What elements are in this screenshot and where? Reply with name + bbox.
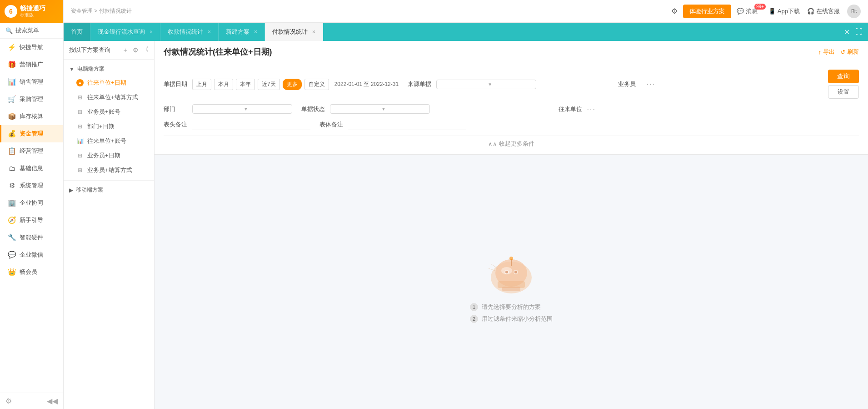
sidebar-item-guide[interactable]: 🧭 新手引导 bbox=[0, 212, 63, 229]
query-button[interactable]: 查询 bbox=[828, 70, 859, 83]
sidebar-item-inventory[interactable]: 📦 库存核算 bbox=[0, 108, 63, 125]
filter-row-3: 表头备注 表体备注 bbox=[164, 119, 859, 130]
date-range-display: 2022-01-01 至 2022-12-31 bbox=[334, 81, 399, 88]
tab-receipt-close[interactable]: × bbox=[208, 29, 211, 35]
tab-bank[interactable]: 现金银行流水查询 × bbox=[90, 23, 160, 41]
content-area: 按以下方案查询 + ⚙ 《 ▼ 电脑端方案 ● 往来单位+日期 ⊞ bbox=[64, 41, 868, 409]
operation-icon: 📋 bbox=[8, 147, 16, 155]
sidebar-item-system[interactable]: ⚙ 系统管理 bbox=[0, 177, 63, 194]
expand-tabs-icon[interactable]: ⛶ bbox=[853, 26, 864, 38]
date-btn-last-month[interactable]: 上月 bbox=[192, 79, 211, 90]
mobile-group-arrow: ▶ bbox=[69, 187, 73, 193]
tab-receipt[interactable]: 收款情况统计 × bbox=[160, 23, 219, 41]
date-btn-custom[interactable]: 自定义 bbox=[304, 79, 329, 90]
salesman-more-btn[interactable]: ··· bbox=[647, 80, 655, 88]
sidebar-item-enterprise[interactable]: 🏢 企业协同 bbox=[0, 194, 63, 212]
desktop-group-arrow: ▼ bbox=[69, 66, 75, 72]
sidebar-search[interactable]: 🔍 搜索菜单 bbox=[0, 23, 63, 39]
scheme-settings-btn[interactable]: ⚙ bbox=[131, 45, 140, 55]
scheme-item-salesman-date[interactable]: ⊞ 业务员+日期 bbox=[64, 148, 154, 163]
tab-new-label: 新建方案 bbox=[226, 28, 249, 36]
date-btn-more[interactable]: 更多 bbox=[283, 79, 302, 90]
tab-payment-close[interactable]: × bbox=[312, 29, 315, 35]
scheme-item-unit-date[interactable]: ● 往来单位+日期 bbox=[64, 76, 154, 90]
wechat-icon: 💬 bbox=[8, 251, 16, 259]
sidebar-item-shortcut[interactable]: ⚡ 快捷导航 bbox=[0, 39, 63, 56]
date-btn-this-year[interactable]: 本年 bbox=[236, 79, 255, 90]
collapse-icon: ∧∧ bbox=[488, 141, 497, 147]
partner-more-btn[interactable]: ··· bbox=[587, 105, 596, 113]
marketing-icon: 🎁 bbox=[8, 61, 16, 69]
scheme-item-label: 业务员+结算方式 bbox=[87, 166, 132, 174]
page-header: 付款情况统计(往来单位+日期) ↑ 导出 ↺ 刷新 bbox=[155, 41, 868, 63]
purchase-icon: 🛒 bbox=[8, 95, 16, 103]
sidebar-item-purchase[interactable]: 🛒 采购管理 bbox=[0, 91, 63, 108]
desktop-group-title[interactable]: ▼ 电脑端方案 bbox=[64, 62, 154, 76]
mobile-group-label: 移动端方案 bbox=[76, 186, 103, 194]
tip-num-2: 2 bbox=[470, 315, 478, 323]
tab-home[interactable]: 首页 bbox=[64, 23, 90, 41]
bill-status-select[interactable]: ▼ bbox=[330, 104, 430, 114]
scheme-table-icon: ⊞ bbox=[76, 94, 84, 101]
scheme-item-unit-account[interactable]: 📊 往来单位+账号 bbox=[64, 134, 154, 148]
scheme-item-salesman-settle[interactable]: ⊞ 业务员+结算方式 bbox=[64, 163, 154, 177]
sidebar-item-marketing[interactable]: 🎁 营销推广 bbox=[0, 56, 63, 73]
sidebar-item-label: 基础信息 bbox=[20, 164, 43, 172]
header-note-label: 表头备注 bbox=[164, 121, 189, 129]
sidebar-item-wechat[interactable]: 💬 企业微信 bbox=[0, 246, 63, 263]
scheme-table-icon3: ⊞ bbox=[76, 123, 84, 130]
scheme-item-unit-settle[interactable]: ⊞ 往来单位+结算方式 bbox=[64, 90, 154, 105]
sidebar-brand: 畅捷通巧 标准版 bbox=[20, 5, 45, 19]
sidebar-item-hardware[interactable]: 🔧 智能硬件 bbox=[0, 229, 63, 246]
filter-cell-salesman: 业务员 ··· bbox=[618, 80, 819, 88]
page-actions: ↑ 导出 ↺ 刷新 bbox=[818, 48, 859, 56]
sidebar-item-label: 销售管理 bbox=[20, 78, 43, 86]
app-download-label: App下载 bbox=[778, 7, 800, 15]
tab-bank-close[interactable]: × bbox=[150, 29, 153, 35]
message-icon: 💬 bbox=[737, 8, 744, 15]
online-service-btn[interactable]: 🎧 在线客服 bbox=[807, 7, 840, 15]
mobile-group-title[interactable]: ▶ 移动端方案 bbox=[64, 183, 154, 197]
filter-cell-date: 单据日期 上月 本月 本年 近7天 更多 自定义 2022-01-01 至 20… bbox=[164, 79, 399, 90]
collapse-panel-btn[interactable]: 《 bbox=[142, 45, 149, 55]
source-bill-arrow: ▼ bbox=[488, 82, 532, 87]
logo-icon: 6 bbox=[5, 5, 17, 18]
tab-new[interactable]: 新建方案 × bbox=[219, 23, 265, 41]
date-btn-7days[interactable]: 近7天 bbox=[258, 79, 280, 90]
dept-select[interactable]: ▼ bbox=[192, 104, 292, 114]
setting-button[interactable]: 设置 bbox=[828, 85, 859, 99]
tab-payment[interactable]: 付款情况统计 × bbox=[265, 23, 323, 41]
sidebar-item-sales[interactable]: 📊 销售管理 bbox=[0, 73, 63, 91]
sidebar-item-member[interactable]: 👑 畅会员 bbox=[0, 263, 63, 281]
export-label: 导出 bbox=[823, 48, 835, 56]
empty-tip-2: 2 用过滤条件来缩小分析范围 bbox=[470, 315, 553, 323]
search-icon: 🔍 bbox=[5, 27, 13, 34]
scheme-item-salesman-account[interactable]: ⊞ 业务员+账号 bbox=[64, 105, 154, 119]
scheme-item-dept-date[interactable]: ⊞ 部门+日期 bbox=[64, 119, 154, 134]
source-bill-select[interactable]: ▼ bbox=[436, 80, 536, 89]
close-all-tabs-icon[interactable]: ✕ bbox=[842, 26, 852, 38]
sidebar-item-basic[interactable]: 🗂 基础信息 bbox=[0, 160, 63, 177]
trial-button[interactable]: 体验行业方案 bbox=[683, 5, 731, 18]
tabbar-actions: ✕ ⛶ bbox=[838, 23, 868, 41]
refresh-button[interactable]: ↺ 刷新 bbox=[840, 48, 859, 56]
message-btn[interactable]: 💬 消息 99+ bbox=[737, 7, 761, 15]
collapse-more-btn[interactable]: ∧∧ 收起更多条件 bbox=[164, 136, 859, 151]
app-download-btn[interactable]: 📱 App下载 bbox=[768, 7, 800, 15]
desktop-group-label: 电脑端方案 bbox=[77, 65, 105, 73]
export-button[interactable]: ↑ 导出 bbox=[818, 48, 835, 56]
sidebar-item-operation[interactable]: 📋 经营管理 bbox=[0, 142, 63, 160]
header-note-input[interactable] bbox=[192, 119, 310, 130]
sidebar-item-capital[interactable]: 💰 资金管理 bbox=[0, 125, 63, 142]
add-scheme-btn[interactable]: + bbox=[122, 45, 129, 55]
settings-icon[interactable]: ⚙ bbox=[671, 7, 678, 15]
filter-cell-bill-status: 单据状态 ▼ bbox=[301, 104, 549, 114]
dept-label: 部门 bbox=[164, 105, 189, 113]
body-note-input[interactable] bbox=[348, 119, 466, 130]
user-avatar[interactable]: Rit bbox=[847, 5, 861, 18]
collapse-sidebar-icon[interactable]: ◀◀ bbox=[47, 397, 58, 405]
settings-footer-icon[interactable]: ⚙ bbox=[5, 397, 12, 405]
tab-new-close[interactable]: × bbox=[254, 29, 257, 35]
empty-tip-1: 1 请先选择要分析的方案 bbox=[470, 303, 553, 311]
date-btn-this-month[interactable]: 本月 bbox=[214, 79, 233, 90]
